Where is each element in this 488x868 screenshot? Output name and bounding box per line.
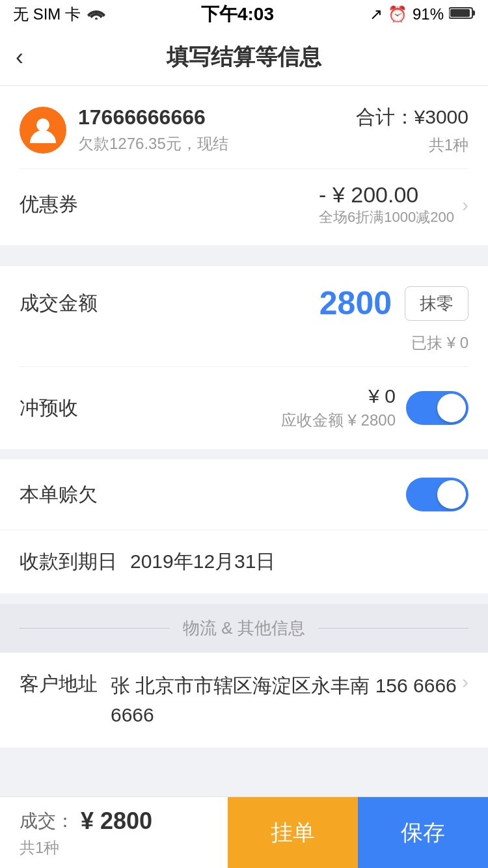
debt-toggle[interactable] bbox=[406, 478, 468, 511]
battery-text: 91% bbox=[413, 5, 444, 23]
transaction-label: 成交金额 bbox=[20, 290, 98, 317]
status-time: 下午4:03 bbox=[201, 2, 274, 27]
location-icon: ↗ bbox=[370, 5, 383, 23]
due-date-value: 2019年12月31日 bbox=[130, 549, 275, 575]
coupon-label: 优惠券 bbox=[20, 191, 78, 218]
svg-rect-2 bbox=[472, 10, 475, 16]
address-chevron: › bbox=[462, 671, 468, 693]
prepay-sub: 应收金额 ¥ 2800 bbox=[281, 410, 396, 431]
status-bar: 无 SIM 卡 下午4:03 ↗ ⏰ 91% bbox=[0, 0, 488, 29]
divider-2 bbox=[20, 366, 468, 367]
alarm-icon: ⏰ bbox=[388, 5, 407, 23]
svg-point-4 bbox=[36, 118, 49, 131]
date-row: 收款到期日 2019年12月31日 bbox=[20, 549, 468, 575]
transaction-section: 成交金额 2800 抹零 已抹 ¥ 0 冲预收 ¥ 0 应收金额 ¥ 2800 bbox=[0, 266, 488, 449]
svg-rect-3 bbox=[450, 9, 470, 17]
section-gap-1 bbox=[0, 256, 488, 266]
prepay-amount: ¥ 0 bbox=[281, 385, 396, 407]
transaction-row: 成交金额 2800 抹零 bbox=[20, 284, 468, 322]
logistics-text: 物流 & 其他信息 bbox=[183, 617, 305, 640]
prepay-toggle[interactable] bbox=[406, 391, 468, 425]
toggle-knob bbox=[437, 394, 466, 422]
status-left: 无 SIM 卡 bbox=[13, 4, 105, 25]
debt-label: 本单赊欠 bbox=[20, 481, 98, 508]
coupon-desc: 全场6折满1000减200 bbox=[319, 208, 454, 227]
total-amount: 合计：¥3000 bbox=[356, 104, 468, 131]
customer-debt: 欠款1276.35元，现结 bbox=[78, 133, 228, 154]
due-date-label: 收款到期日 bbox=[20, 549, 117, 575]
coupon-row[interactable]: 优惠券 - ¥ 200.00 全场6折满1000减200 › bbox=[20, 182, 468, 227]
customer-phone: 17666666666 bbox=[78, 105, 228, 129]
address-section[interactable]: 客户地址 张 北京市市辖区海淀区永丰南 156 6666 6666 › bbox=[0, 653, 488, 748]
address-label: 客户地址 bbox=[20, 671, 98, 698]
transaction-amount: 2800 bbox=[319, 284, 392, 322]
sep-line-right bbox=[318, 628, 468, 629]
address-value: 张 北京市市辖区海淀区永丰南 156 6666 6666 bbox=[111, 671, 462, 729]
round-button[interactable]: 抹零 bbox=[405, 286, 468, 321]
total-value: ¥3000 bbox=[414, 106, 468, 128]
wifi-icon bbox=[87, 5, 105, 23]
total-count: 共1种 bbox=[356, 135, 468, 156]
deal-amount: ¥ 2800 bbox=[81, 807, 152, 835]
customer-card: 17666666666 欠款1276.35元，现结 合计：¥3000 共1种 优… bbox=[0, 86, 488, 245]
status-right: ↗ ⏰ 91% bbox=[370, 5, 475, 23]
save-button[interactable]: 保存 bbox=[358, 797, 488, 869]
prepay-right: ¥ 0 应收金额 ¥ 2800 bbox=[281, 385, 468, 431]
page-title: 填写结算等信息 bbox=[167, 42, 321, 72]
bottom-bar: 成交： ¥ 2800 共1种 挂单 保存 bbox=[0, 796, 488, 868]
avatar bbox=[20, 107, 66, 154]
svg-point-0 bbox=[95, 18, 98, 20]
transaction-sub: 已抹 ¥ 0 bbox=[20, 332, 468, 353]
debt-toggle-knob bbox=[437, 480, 466, 509]
prepay-label: 冲预收 bbox=[20, 395, 78, 422]
coupon-amount: - ¥ 200.00 bbox=[319, 182, 454, 208]
sep-line-left bbox=[20, 628, 170, 629]
coupon-detail: - ¥ 200.00 全场6折满1000减200 bbox=[319, 182, 454, 227]
coupon-chevron: › bbox=[462, 194, 468, 216]
transaction-right: 2800 抹零 bbox=[319, 284, 468, 322]
total-label: 合计： bbox=[356, 106, 414, 128]
prepay-row: 冲预收 ¥ 0 应收金额 ¥ 2800 bbox=[20, 380, 468, 431]
pending-button[interactable]: 挂单 bbox=[228, 797, 358, 869]
logistics-separator: 物流 & 其他信息 bbox=[0, 604, 488, 653]
battery-icon bbox=[449, 5, 475, 23]
bottom-info: 成交： ¥ 2800 共1种 bbox=[0, 807, 228, 858]
deal-label: 成交： bbox=[20, 809, 74, 834]
due-date-section: 收款到期日 2019年12月31日 bbox=[0, 530, 488, 593]
customer-info: 17666666666 欠款1276.35元，现结 bbox=[78, 105, 228, 154]
bottom-count: 共1种 bbox=[20, 837, 208, 858]
section-gap-2 bbox=[0, 449, 488, 459]
main-content: 17666666666 欠款1276.35元，现结 合计：¥3000 共1种 优… bbox=[0, 86, 488, 868]
customer-total: 合计：¥3000 共1种 bbox=[356, 104, 468, 156]
customer-row: 17666666666 欠款1276.35元，现结 合计：¥3000 共1种 bbox=[20, 104, 468, 156]
customer-left: 17666666666 欠款1276.35元，现结 bbox=[20, 105, 228, 154]
prepay-values: ¥ 0 应收金额 ¥ 2800 bbox=[281, 385, 396, 431]
debt-section: 本单赊欠 bbox=[0, 459, 488, 530]
back-button[interactable]: ‹ bbox=[16, 44, 23, 71]
nav-bar: ‹ 填写结算等信息 bbox=[0, 29, 488, 86]
bottom-deal: 成交： ¥ 2800 bbox=[20, 807, 208, 835]
sim-signal: 无 SIM 卡 bbox=[13, 4, 81, 25]
divider bbox=[20, 169, 468, 169]
coupon-right: - ¥ 200.00 全场6折满1000减200 › bbox=[319, 182, 468, 227]
